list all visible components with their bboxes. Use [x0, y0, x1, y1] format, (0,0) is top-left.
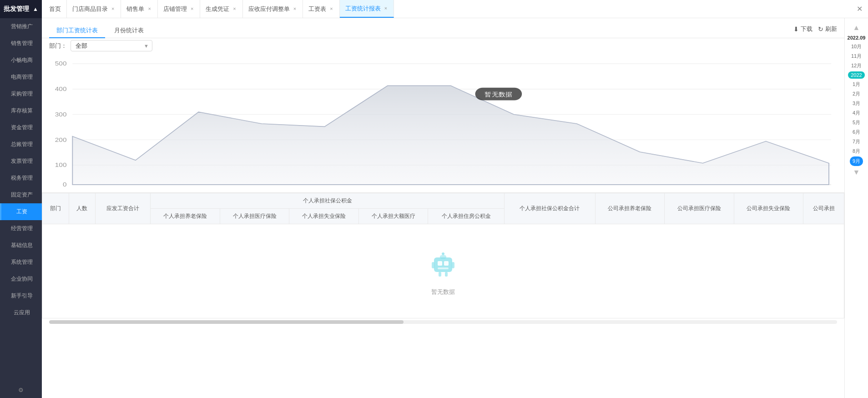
timeline-jan[interactable]: 1月 [845, 80, 868, 89]
sidebar-item-4[interactable]: 采购管理 [0, 86, 42, 102]
sidebar-item-5[interactable]: 库存核算 [0, 102, 42, 119]
tab-3[interactable]: 店铺管理× [158, 0, 200, 18]
timeline-apr[interactable]: 4月 [845, 108, 868, 118]
data-table: 部门 人数 应发工资合计 个人承担社保公积金 个人承担社保公积金合计 公司承担养… [42, 193, 844, 318]
filter-row: 部门： 全部 ▼ [42, 38, 844, 56]
timeline-aug[interactable]: 8月 [845, 146, 868, 156]
svg-text:500: 500 [55, 60, 67, 67]
col-people: 人数 [69, 193, 96, 224]
tab-1[interactable]: 门店商品目录× [67, 0, 121, 18]
sub-tab-dept[interactable]: 部门工资统计表 [49, 24, 105, 38]
svg-text:400: 400 [55, 86, 67, 92]
timeline-jul[interactable]: 7月 [845, 137, 868, 146]
svg-rect-15 [434, 257, 452, 272]
svg-rect-21 [445, 272, 448, 277]
timeline-mar[interactable]: 3月 [845, 99, 868, 108]
timeline-sep[interactable]: 9月 [850, 156, 863, 166]
scrollbar-thumb[interactable] [49, 320, 404, 324]
sidebar-item-17[interactable]: 云应用 [0, 304, 42, 321]
download-button[interactable]: ⬇ 下载 [793, 25, 812, 33]
col-personal-major-medical: 个人承担大额医疗 [358, 209, 428, 224]
download-label: 下载 [801, 25, 812, 33]
sidebar-item-6[interactable]: 资金管理 [0, 119, 42, 136]
timeline-jun[interactable]: 6月 [845, 127, 868, 137]
col-company-medical: 公司承担医疗保险 [665, 193, 734, 224]
empty-state: 暂无数据 [47, 228, 839, 314]
timeline-feb[interactable]: 2月 [845, 89, 868, 99]
close-all-button[interactable]: ✕ [853, 5, 866, 13]
tab-label-6: 工资表 [308, 5, 326, 13]
horizontal-scrollbar[interactable] [49, 320, 837, 324]
timeline-down-nav[interactable]: ▼ [851, 166, 862, 178]
settings-icon: ⚙ [18, 387, 24, 393]
svg-text:100: 100 [55, 162, 67, 169]
tab-6[interactable]: 工资表× [303, 0, 339, 18]
tab-close-3[interactable]: × [190, 6, 194, 12]
sidebar-item-9[interactable]: 税务管理 [0, 170, 42, 186]
sidebar-title: 批发管理 [4, 5, 29, 13]
tab-label-2: 销售单 [126, 5, 144, 13]
timeline-nov[interactable]: 11月 [845, 51, 868, 61]
col-total-wage: 应发工资合计 [96, 193, 151, 224]
svg-rect-19 [452, 262, 454, 268]
svg-text:0: 0 [63, 181, 67, 188]
tab-close-6[interactable]: × [329, 6, 333, 12]
svg-marker-12 [72, 86, 829, 185]
tab-close-5[interactable]: × [293, 6, 297, 12]
tab-7[interactable]: 工资统计报表× [340, 0, 394, 18]
timeline-panel: ▲ 2022.09 10月 11月 12月 2022 1月 2月 3月 4月 5… [844, 18, 868, 398]
timeline-dec[interactable]: 12月 [845, 61, 868, 71]
tab-close-7[interactable]: × [384, 5, 388, 11]
sidebar-item-11[interactable]: 工资 [0, 203, 42, 220]
svg-rect-18 [432, 262, 434, 268]
svg-rect-24 [438, 267, 449, 269]
tab-close-4[interactable]: × [232, 6, 237, 12]
sidebar-items: 营销推广销售管理小畅电商电商管理采购管理库存核算资金管理总账管理发票管理税务管理… [0, 18, 42, 321]
settings-button[interactable]: ⚙ [0, 382, 42, 398]
timeline-year-2022[interactable]: 2022 [848, 71, 864, 79]
tab-label-4: 生成凭证 [206, 5, 229, 13]
dept-filter-label: 部门： [49, 42, 67, 50]
sidebar-item-7[interactable]: 总账管理 [0, 136, 42, 153]
timeline-up-nav[interactable]: ▲ [851, 22, 862, 34]
table-container: 部门 人数 应发工资合计 个人承担社保公积金 个人承担社保公积金合计 公司承担养… [42, 192, 844, 398]
tab-label-0: 首页 [49, 5, 61, 13]
tab-0[interactable]: 首页 [44, 0, 67, 18]
sidebar-item-16[interactable]: 新手引导 [0, 287, 42, 304]
page-content: 部门工资统计表 月份统计表 ⬇ 下载 ↻ 刷新 部门： [42, 18, 844, 398]
sidebar-item-13[interactable]: 基础信息 [0, 237, 42, 254]
sidebar-item-10[interactable]: 固定资产 [0, 186, 42, 203]
sub-tabs: 部门工资统计表 月份统计表 ⬇ 下载 ↻ 刷新 [42, 18, 844, 38]
sidebar-item-14[interactable]: 系统管理 [0, 254, 42, 271]
timeline-oct[interactable]: 10月 [845, 42, 868, 51]
chart-svg: 500 400 300 200 100 0 [49, 56, 837, 192]
sub-tab-month[interactable]: 月份统计表 [107, 24, 151, 38]
refresh-button[interactable]: ↻ 刷新 [818, 25, 837, 33]
sidebar-item-2[interactable]: 小畅电商 [0, 52, 42, 69]
tab-4[interactable]: 生成凭证× [200, 0, 242, 18]
col-dept: 部门 [42, 193, 69, 224]
tab-close-2[interactable]: × [147, 6, 151, 12]
col-personal-pension: 个人承担养老保险 [151, 209, 220, 224]
sidebar-item-15[interactable]: 企业协同 [0, 271, 42, 287]
sidebar-item-1[interactable]: 销售管理 [0, 35, 42, 52]
svg-rect-22 [440, 255, 446, 259]
tab-close-1[interactable]: × [111, 6, 115, 12]
sidebar-header[interactable]: 批发管理 ▲ [0, 0, 42, 18]
col-company-unemploy: 公司承担失业保险 [734, 193, 803, 224]
sidebar-toggle-icon[interactable]: ▲ [33, 6, 38, 12]
svg-rect-17 [444, 261, 449, 266]
tab-2[interactable]: 销售单× [121, 0, 157, 18]
sidebar-item-3[interactable]: 电商管理 [0, 69, 42, 86]
sidebar-item-0[interactable]: 营销推广 [0, 18, 42, 35]
col-personal-housing: 个人承担住房公积金 [428, 209, 505, 224]
sidebar: 批发管理 ▲ 营销推广销售管理小畅电商电商管理采购管理库存核算资金管理总账管理发… [0, 0, 42, 398]
tab-5[interactable]: 应收应付调整单× [243, 0, 303, 18]
svg-text:300: 300 [55, 111, 67, 118]
chart-container: 500 400 300 200 100 0 [42, 56, 844, 192]
sidebar-item-8[interactable]: 发票管理 [0, 153, 42, 170]
timeline-may[interactable]: 5月 [845, 118, 868, 127]
table-empty-cell: 暂无数据 [42, 224, 844, 318]
sidebar-item-12[interactable]: 经营管理 [0, 220, 42, 237]
dept-select[interactable]: 全部 [71, 40, 152, 51]
